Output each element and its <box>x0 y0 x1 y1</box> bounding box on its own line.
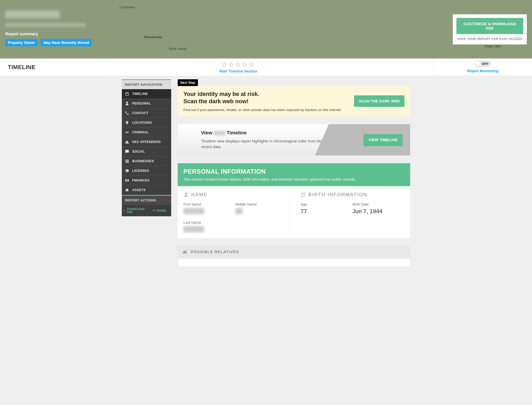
building-icon <box>125 159 129 163</box>
monitoring-toggle[interactable]: OFF <box>475 61 491 67</box>
sidebar-item-finances[interactable]: FINANCES <box>122 176 171 185</box>
sidebar-item-label: TIMELINE <box>132 92 148 96</box>
pdf-subtext: SAVE YOUR REPORT FOR EASY ACCESS <box>456 37 523 41</box>
first-name-field: First Name <box>183 202 228 214</box>
personal-info-title: PERSONAL INFORMATION <box>183 168 404 175</box>
next-step-badge: Next Step <box>178 79 198 86</box>
section-toolbar: TIMELINE ☆☆☆☆☆ Rate Timeline Section OFF… <box>0 58 532 76</box>
share-button[interactable]: SHARE <box>147 205 171 216</box>
sidebar-item-label: ASSETS <box>132 188 146 192</box>
star-icon[interactable]: ☆ <box>228 61 235 68</box>
sidebar-item-assets[interactable]: ASSETS <box>122 185 171 195</box>
middle-name-field: Middle Name <box>235 202 280 214</box>
warning-heading: Your identity may be at risk. Scan the d… <box>183 90 349 105</box>
last-name-field: Last Name <box>183 220 287 232</box>
calendar-icon <box>125 92 129 96</box>
redacted-name <box>330 140 340 143</box>
star-icon[interactable]: ☆ <box>242 61 248 68</box>
birth-date-field: Birth Date Jun 7, 1944 <box>353 202 397 215</box>
main-content: Next Step Your identity may be at risk. … <box>178 76 410 267</box>
svg-point-0 <box>126 132 127 133</box>
download-pdf-label: DOWNLOAD PDF <box>127 207 145 214</box>
sidebar-item-label: SOCIAL <box>132 150 145 153</box>
sidebar: REPORT NAVIGATION TIMELINE PERSONAL CONT… <box>122 79 171 267</box>
relatives-row <box>178 259 410 267</box>
subject-sub-redacted <box>5 23 86 27</box>
sidebar-item-label: FINANCES <box>132 179 149 182</box>
customize-download-pdf-button[interactable]: CUSTOMIZE & DOWNLOAD PDF <box>456 18 523 34</box>
sidebar-item-contact[interactable]: CONTACT <box>122 108 171 118</box>
sidebar-item-criminal[interactable]: CRIMINAL <box>122 128 171 137</box>
star-icon[interactable]: ☆ <box>235 61 242 68</box>
timeline-box-body: Timeline view displays report highlights… <box>201 138 353 150</box>
birth-column: BIRTH INFORMATION Age 77 Birth Date Jun … <box>290 192 404 232</box>
download-pdf-box: CUSTOMIZE & DOWNLOAD PDF SAVE YOUR REPOR… <box>453 14 527 44</box>
calendar-icon <box>301 192 306 197</box>
person-icon <box>125 101 129 106</box>
star-icon[interactable]: ☆ <box>221 61 228 68</box>
possible-relatives-header: POSSIBLE RELATIVES <box>178 246 410 258</box>
subject-name-redacted <box>5 10 60 18</box>
view-timeline-button[interactable]: VIEW TIMELINE <box>364 134 402 146</box>
rating-stars[interactable]: ☆☆☆☆☆ <box>43 61 433 69</box>
sidebar-item-personal[interactable]: PERSONAL <box>122 99 171 108</box>
person-icon <box>183 192 189 197</box>
middle-name-redacted <box>235 208 243 214</box>
toggle-knob <box>475 61 480 66</box>
scan-dark-web-button[interactable]: SCAN THE DARK WEB <box>354 95 404 107</box>
sidebar-actions-header: REPORT ACTIONS <box>122 196 171 205</box>
badge-property-owner: Property Owner <box>5 39 38 46</box>
handcuffs-icon <box>125 130 129 134</box>
sidebar-item-label: CRIMINAL <box>132 130 149 134</box>
sidebar-item-locations[interactable]: LOCATIONS <box>122 118 171 128</box>
summary-badges: Property Owner May Have Recently Moved <box>5 39 527 46</box>
name-column: NAME First Name Middle Name Last Name <box>183 192 287 232</box>
birth-date-value: Jun 7, 1944 <box>353 208 397 215</box>
personal-info-header: PERSONAL INFORMATION This section contai… <box>178 163 410 186</box>
rate-section: ☆☆☆☆☆ Rate Timeline Section <box>43 58 433 76</box>
last-name-redacted <box>183 226 204 232</box>
money-icon <box>125 178 129 182</box>
home-icon <box>125 188 129 192</box>
svg-point-1 <box>127 132 128 133</box>
toggle-state: OFF <box>482 62 489 66</box>
location-icon <box>125 121 129 125</box>
id-card-icon <box>125 169 129 173</box>
share-label: SHARE <box>156 209 167 212</box>
warning-body: Find out if your passwords, emails, or o… <box>183 108 349 112</box>
section-title: TIMELINE <box>0 58 43 76</box>
people-icon <box>182 250 188 254</box>
map-label: Rock Island <box>169 47 187 51</box>
name-subhead: NAME <box>183 192 287 198</box>
monitoring-label[interactable]: Report Monitoring <box>434 69 532 73</box>
age-value: 77 <box>301 208 345 215</box>
hero-banner: Cashmere Wenatchee Rock Island Soap Lake… <box>0 0 532 58</box>
redacted-name <box>214 131 225 135</box>
dark-web-warning: Your identity may be at risk. Scan the d… <box>178 86 410 116</box>
share-icon <box>152 209 155 212</box>
sidebar-item-label: PERSONAL <box>132 102 151 105</box>
phone-icon <box>125 111 129 115</box>
badge-recently-moved: May Have Recently Moved <box>41 39 91 46</box>
sidebar-item-label: BUSINESSES <box>132 159 154 163</box>
report-summary-label: Report summary <box>5 32 527 36</box>
sidebar-nav-header: REPORT NAVIGATION <box>122 80 171 89</box>
download-icon <box>123 209 126 212</box>
sidebar-item-label: SEX OFFENDERS <box>132 140 161 144</box>
rate-label[interactable]: Rate Timeline Section <box>43 69 433 73</box>
view-timeline-box: View Timeline Timeline view displays rep… <box>178 124 410 155</box>
birth-subhead: BIRTH INFORMATION <box>301 192 404 198</box>
sidebar-item-label: LICENSES <box>132 169 149 173</box>
sidebar-item-sex-offenders[interactable]: SEX OFFENDERS <box>122 137 171 147</box>
download-pdf-button[interactable]: DOWNLOAD PDF <box>122 205 147 216</box>
sidebar-item-label: CONTACT <box>132 111 148 115</box>
chat-icon <box>125 149 129 154</box>
map-label: Cashmere <box>119 5 135 9</box>
sidebar-item-businesses[interactable]: BUSINESSES <box>122 156 171 166</box>
sidebar-item-social[interactable]: SOCIAL <box>122 147 171 156</box>
star-icon[interactable]: ☆ <box>248 61 255 68</box>
sidebar-item-licenses[interactable]: LICENSES <box>122 166 171 176</box>
first-name-redacted <box>183 208 204 214</box>
sidebar-item-timeline[interactable]: TIMELINE <box>122 89 171 99</box>
personal-info-sub: This section contains known aliases, bir… <box>183 177 404 181</box>
